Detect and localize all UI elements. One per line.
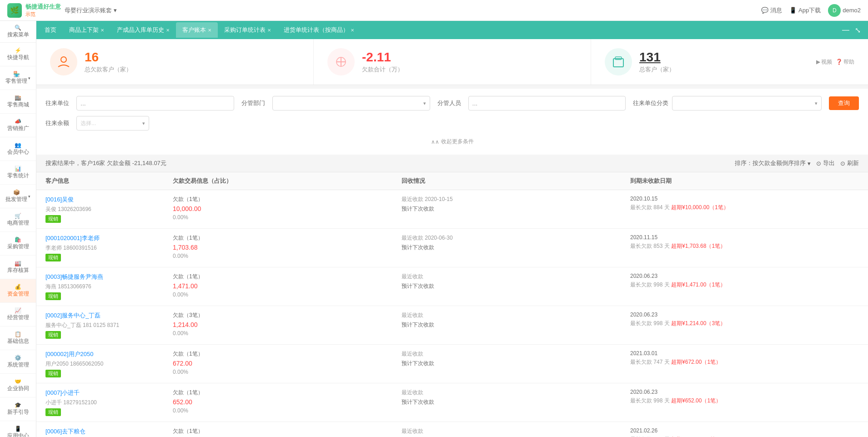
sidebar-item-ecommerce[interactable]: 🛒 电商管理 xyxy=(0,208,36,232)
last-payment-0: 最近收款 2020-10-15 xyxy=(401,196,630,203)
app-logo-icon: 🌿 xyxy=(7,3,22,18)
tab-home[interactable]: 首页 xyxy=(38,22,63,38)
source-unit-input[interactable]: ... xyxy=(76,96,234,111)
customer-info-3: [0002]服务中心_丁磊 服务中心_丁磊 181 0125 8371 现销 xyxy=(45,311,173,339)
debt-info-3: 欠款（3笔） 1,214.00 0.00% xyxy=(173,311,401,339)
customer-name-3[interactable]: [0002]服务中心_丁磊 xyxy=(45,311,173,320)
tab-purchase-order-close-icon[interactable]: ✕ xyxy=(267,28,271,33)
collapse-more-btn[interactable]: ∧∧ 收起更多条件 xyxy=(45,136,859,147)
tab-customer-account[interactable]: 客户账本 ✕ xyxy=(176,22,218,38)
overdue-info-3: 2020.06.23 最长欠款 998 天 超期¥1,214.00（3笔） xyxy=(630,311,859,339)
user-avatar-btn[interactable]: D demo2 xyxy=(828,4,861,17)
search-icon: 🔍 xyxy=(4,25,32,31)
sidebar-search-btn[interactable]: 🔍 搜索菜单 xyxy=(0,21,36,43)
sidebar-item-retail-mgmt[interactable]: 🏪 零售管理 ▾ xyxy=(0,66,36,90)
person-input[interactable]: ... xyxy=(468,96,626,111)
customer-name-6[interactable]: [0006]去下粮仓 xyxy=(45,427,173,436)
table-body: [0016]吴俊 吴俊 13026203696 现销 欠款（1笔） 10,000… xyxy=(36,190,868,437)
overdue-link-0[interactable]: 超期¥10,000.00（1笔） xyxy=(671,204,729,211)
sidebar-item-inventory[interactable]: 🏭 库存核算 xyxy=(0,256,36,279)
filter-dept: 分管部门 ▾ xyxy=(241,96,430,111)
view-video-btn[interactable]: ▶ 视频 xyxy=(816,58,832,66)
tab-minimize-btn[interactable]: — xyxy=(840,25,851,35)
sidebar-item-member[interactable]: 👥 会员中心 xyxy=(0,137,36,161)
sidebar-item-system[interactable]: ⚙️ 系统管理 xyxy=(0,350,36,374)
sidebar-finance-label: 资金管理 xyxy=(2,290,34,298)
filter-balance: 往来余额 选择... ▾ xyxy=(45,116,173,131)
tab-maximize-btn[interactable]: ⤡ xyxy=(853,25,863,35)
sort-label: 排序：按欠款金额倒序排序 xyxy=(735,159,806,167)
customer-contact-1: 李老师 18600391516 xyxy=(45,244,173,252)
sidebar-item-app-center[interactable]: 📱 应用中心 xyxy=(0,421,36,437)
overdue-days-3: 最长欠款 998 天 超期¥1,214.00（3笔） xyxy=(630,320,859,327)
customer-name-1[interactable]: [0001020001]李老师 xyxy=(45,234,173,242)
customer-name-2[interactable]: [0003]畅捷服务尹海燕 xyxy=(45,273,173,281)
tab-product-shelf-close-icon[interactable]: ✕ xyxy=(100,28,104,33)
customer-name-5[interactable]: [0007]小进千 xyxy=(45,389,173,397)
sidebar-item-retail-stat[interactable]: 📊 零售统计 xyxy=(0,161,36,185)
debt-customers-info: 16 总欠款客户（家） xyxy=(85,50,132,74)
debt-label-3: 欠款（3笔） xyxy=(173,311,401,319)
sort-arrow-icon: ▾ xyxy=(808,160,811,167)
company-selector[interactable]: 母婴行业演示账套 ▾ xyxy=(65,6,117,15)
sidebar-purchase-label: 采购管理 xyxy=(2,243,34,251)
tab-purchase-stats[interactable]: 进货单统计表（按商品） ✕ xyxy=(277,22,361,38)
sidebar-item-batch-mgmt[interactable]: 📦 批发管理 ▾ xyxy=(0,185,36,208)
col-header-overdue: 到期未收款日期 xyxy=(630,177,859,185)
sidebar-item-finance[interactable]: 💰 资金管理 xyxy=(0,279,36,303)
sort-select[interactable]: 排序：按欠款金额倒序排序 ▾ xyxy=(735,159,811,167)
sidebar-retail-mall-label: 零售商城 xyxy=(2,101,34,109)
unit-category-select[interactable]: ▾ xyxy=(672,96,822,111)
debt-info-4: 欠款（1笔） 672.00 0.00% xyxy=(173,350,401,377)
next-payment-5: 预计下次收款 xyxy=(401,398,630,406)
sidebar-item-quicknav[interactable]: ⚡ 快捷导航 xyxy=(0,43,36,66)
sidebar-item-enterprise[interactable]: 🤝 企业协同 xyxy=(0,374,36,397)
overdue-link-4[interactable]: 超期¥672.00（1笔） xyxy=(671,359,721,365)
sidebar-item-marketing[interactable]: 📣 营销推广 xyxy=(0,114,36,137)
debt-amount-3: 1,214.00 xyxy=(173,321,401,328)
sidebar-item-newbie[interactable]: 🎓 新手引导 xyxy=(0,397,36,421)
tab-product-shelf[interactable]: 商品上下架 ✕ xyxy=(63,22,110,38)
query-button[interactable]: 查询 xyxy=(829,96,859,110)
customer-name-0[interactable]: [0016]吴俊 xyxy=(45,196,173,204)
app-layout: 🔍 搜索菜单 ⚡ 快捷导航 🏪 零售管理 ▾ 🏬 零售商城 📣 营销推广 👥 会… xyxy=(0,21,868,437)
debt-amount-5: 652.00 xyxy=(173,398,401,406)
sidebar-basic-info-label: 基础信息 xyxy=(2,337,34,345)
sidebar-item-purchase[interactable]: 🛍️ 采购管理 xyxy=(0,232,36,256)
sidebar-retail-stat-label: 零售统计 xyxy=(2,172,34,180)
table-row: [0002]服务中心_丁磊 服务中心_丁磊 181 0125 8371 现销 欠… xyxy=(36,306,868,345)
tab-customer-account-close-icon[interactable]: ✕ xyxy=(208,28,211,33)
overdue-info-5: 2020.06.23 最长欠款 998 天 超期¥652.00（1笔） xyxy=(630,389,859,416)
balance-select[interactable]: 选择... ▾ xyxy=(76,116,149,131)
overdue-link-5[interactable]: 超期¥652.00（1笔） xyxy=(671,397,721,404)
stat-total-customers: 131 总客户（家） ▶ 视频 ❓ 帮助 xyxy=(591,39,868,85)
help-btn[interactable]: ❓ 帮助 xyxy=(836,58,854,66)
debt-amount-2: 1,471.00 xyxy=(173,282,401,290)
app-download-btn[interactable]: 📱 App下载 xyxy=(789,6,821,15)
customer-info-0: [0016]吴俊 吴俊 13026203696 现销 xyxy=(45,196,173,223)
results-summary: 搜索结果中，客户16家 欠款金额 -21,148.07元 xyxy=(45,159,166,167)
tab-purchase-order[interactable]: 采购订单统计表 ✕ xyxy=(218,22,277,38)
filter-section: 往来单位 ... 分管部门 ▾ 分管人员 xyxy=(36,89,868,155)
customer-name-4[interactable]: [000002]用户2050 xyxy=(45,350,173,358)
message-btn[interactable]: 💬 消息 xyxy=(761,6,782,15)
sidebar-item-basic-info[interactable]: 📋 基础信息 xyxy=(0,326,36,350)
tab-purchase-stats-close-icon[interactable]: ✕ xyxy=(351,28,354,33)
dept-select[interactable]: ▾ xyxy=(272,96,430,111)
debt-customers-value: 16 xyxy=(85,50,132,65)
sidebar-operations-label: 经营管理 xyxy=(2,314,34,321)
tab-product-history[interactable]: 产成品入库单历史 ✕ xyxy=(110,22,176,38)
debt-percent-1: 0.00% xyxy=(173,253,401,259)
sidebar-item-operations[interactable]: 📈 经营管理 xyxy=(0,303,36,326)
refresh-btn[interactable]: ⊙ 刷新 xyxy=(840,159,859,167)
debt-amount-info: -2.11 欠款合计（万） xyxy=(362,50,403,74)
export-btn[interactable]: ⊙ 导出 xyxy=(816,159,835,167)
sidebar-item-retail-mall[interactable]: 🏬 零售商城 xyxy=(0,90,36,114)
overdue-link-2[interactable]: 超期¥1,471.00（1笔） xyxy=(671,281,726,288)
source-unit-dots: ... xyxy=(80,100,86,107)
overdue-link-1[interactable]: 超期¥1,703.68（1笔） xyxy=(671,243,726,249)
overdue-link-3[interactable]: 超期¥1,214.00（3笔） xyxy=(671,320,726,326)
export-label: 导出 xyxy=(823,159,835,167)
tab-product-history-close-icon[interactable]: ✕ xyxy=(166,28,170,33)
payback-info-3: 最近收款 预计下次收款 xyxy=(401,311,630,339)
